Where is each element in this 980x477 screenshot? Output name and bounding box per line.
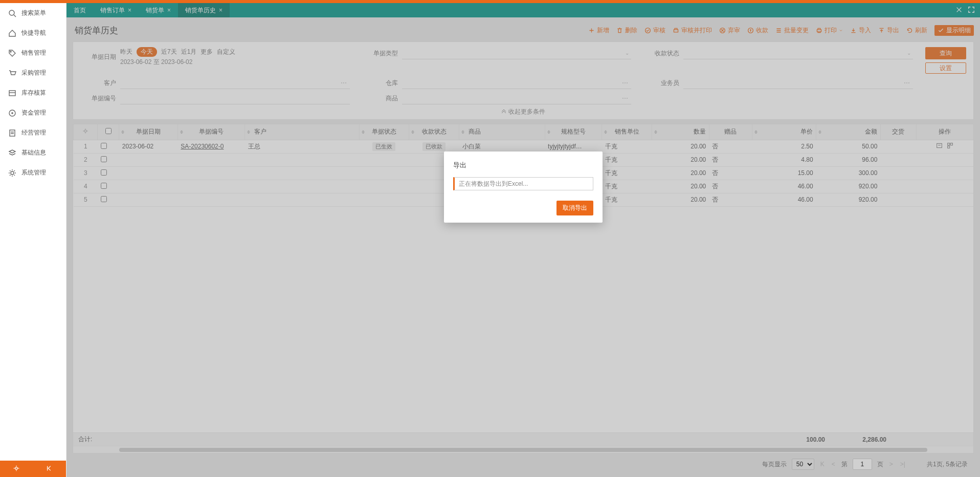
- gear-icon: [8, 169, 16, 177]
- collapse-sidebar-icon[interactable]: [46, 465, 53, 473]
- clipboard-icon: [8, 129, 16, 137]
- layers-icon: [8, 149, 16, 157]
- box-icon: [8, 89, 16, 97]
- sidebar-item-label: 基础信息: [21, 148, 46, 157]
- sidebar-item-sales[interactable]: 销售管理: [0, 43, 66, 63]
- sidebar-item-label: 库存核算: [21, 89, 46, 97]
- sidebar-item-label: 采购管理: [21, 69, 46, 77]
- sidebar-item-label: 快捷导航: [21, 29, 46, 37]
- svg-rect-4: [10, 130, 15, 136]
- export-modal: 导出 取消导出: [444, 151, 603, 223]
- sidebar-item-fund[interactable]: 资金管理: [0, 103, 66, 123]
- svg-point-5: [11, 171, 14, 175]
- svg-rect-2: [9, 91, 15, 96]
- sidebar-item-label: 资金管理: [21, 109, 46, 117]
- sidebar-item-search-menu[interactable]: 搜索菜单: [0, 3, 66, 23]
- sidebar-footer: [0, 461, 66, 477]
- modal-title: 导出: [453, 161, 593, 170]
- sidebar: 搜索菜单 快捷导航 销售管理 采购管理 库存核算 资金管理: [0, 3, 66, 477]
- tag-icon: [8, 49, 16, 57]
- home-icon: [8, 29, 16, 37]
- modal-overlay: 导出 取消导出: [66, 3, 980, 477]
- sidebar-item-label: 经营管理: [21, 128, 46, 137]
- svg-point-0: [9, 10, 14, 15]
- cancel-export-button[interactable]: 取消导出: [556, 201, 593, 215]
- export-status-input: [453, 177, 593, 190]
- sidebar-item-business[interactable]: 经营管理: [0, 123, 66, 143]
- sidebar-item-label: 系统管理: [21, 168, 46, 177]
- sidebar-item-quick-nav[interactable]: 快捷导航: [0, 23, 66, 43]
- sidebar-item-purchase[interactable]: 采购管理: [0, 63, 66, 83]
- coin-icon: [8, 109, 16, 117]
- sidebar-item-system[interactable]: 系统管理: [0, 163, 66, 183]
- svg-point-6: [15, 467, 17, 469]
- main-area: 首页 销售订单× 销货单× 销货单历史× 销货单历史 新增 删除 审核 审核并打…: [66, 3, 980, 477]
- sidebar-item-label: 销售管理: [21, 49, 46, 57]
- search-icon: [8, 9, 16, 17]
- sidebar-item-base[interactable]: 基础信息: [0, 143, 66, 163]
- settings-icon[interactable]: [13, 465, 20, 473]
- sidebar-item-label: 搜索菜单: [21, 9, 46, 17]
- svg-point-1: [10, 51, 11, 52]
- sidebar-item-inventory[interactable]: 库存核算: [0, 83, 66, 103]
- cart-icon: [8, 69, 16, 77]
